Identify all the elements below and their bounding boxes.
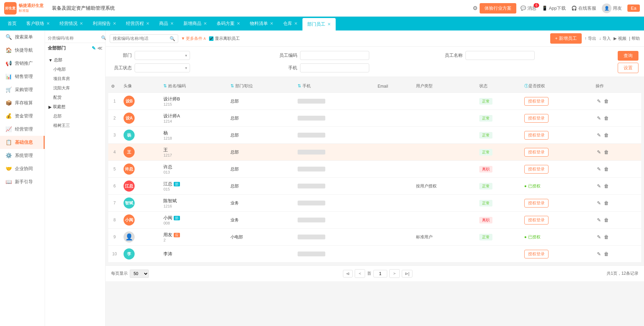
edit-button[interactable]: ✎ [596,183,602,190]
tab-customer[interactable]: 客户联络✕ [21,17,55,30]
last-page-btn[interactable]: ⊳| [402,270,412,277]
sidebar-item-sales[interactable]: 📊 销售管理 [0,70,45,83]
prev-page-btn[interactable]: ＜ [355,269,365,278]
sidebar-item-marketing[interactable]: 📢 营销推广 [0,57,45,70]
search-icon[interactable]: 🔍 [170,36,175,41]
next-page-btn[interactable]: ＞ [389,269,400,278]
tab-warehouse[interactable]: 仓库✕ [278,17,302,30]
sidebar-item-search[interactable]: 🔍 搜索菜单 [0,30,45,44]
dept-select[interactable] [135,51,190,60]
tab-profit[interactable]: 利润报告✕ [88,17,121,30]
row-auth[interactable]: 授权登录 [521,212,593,229]
delete-button[interactable]: 🗑 [602,200,610,206]
export-btn[interactable]: ↑ 导出 [584,36,596,42]
user-btn[interactable]: 👤 用友 [602,3,622,13]
app-download-btn[interactable]: 📱 App下载 [542,5,566,11]
edit-button[interactable]: ✎ [596,115,602,122]
close-icon[interactable]: ✕ [170,21,174,26]
delete-button[interactable]: 🗑 [602,132,610,139]
employee-name-input[interactable] [465,51,535,60]
edit-button[interactable]: ✎ [596,98,602,105]
dept-node-child-1[interactable]: 小电部 [45,65,105,74]
delete-button[interactable]: 🗑 [602,115,610,122]
dept-node-child-3[interactable]: 沈阳大库 [45,83,105,93]
import-btn[interactable]: ↓ 导入 [599,36,611,42]
auth-button[interactable]: 授权登录 [524,216,548,224]
delete-button[interactable]: 🗑 [602,250,610,257]
row-auth[interactable]: 授权登录 [521,195,593,212]
close-icon[interactable]: ✕ [80,21,83,26]
col-dept-position[interactable]: ⇅ 部门/职位 [228,80,295,93]
message-btn[interactable]: 💬 消息 6 [520,5,536,11]
tab-operation[interactable]: 经营情况✕ [55,17,88,30]
employee-code-input[interactable] [300,51,369,60]
tab-home[interactable]: 首页 [3,17,21,30]
row-auth[interactable]: 授权登录 [521,144,593,161]
col-settings[interactable]: ⚙ [108,80,121,93]
sidebar-item-purchase[interactable]: 🛒 采购管理 [0,83,45,96]
delete-button[interactable]: 🗑 [602,98,610,105]
tab-dept-staff[interactable]: 部门员工✕ [302,18,336,30]
auth-button[interactable]: 授权登录 [524,199,548,208]
sidebar-item-inventory[interactable]: 📦 库存核算 [0,96,45,109]
dept-node-child-4[interactable]: 配货 [45,93,105,102]
dept-search-input[interactable] [48,36,100,41]
show-resigned-checkbox[interactable] [209,36,214,41]
tab-new-goods[interactable]: 新增商品✕ [179,17,212,30]
close-icon[interactable]: ✕ [146,21,149,26]
sidebar-item-enterprise[interactable]: 🤝 企业协同 [0,162,45,175]
sidebar-item-quicknav[interactable]: 🏠 快捷导航 [0,44,45,57]
close-icon[interactable]: ✕ [113,21,116,26]
edit-button[interactable]: ✎ [596,217,602,223]
delete-button[interactable]: 🗑 [602,149,610,156]
dept-node-child-2[interactable]: 项目库房 [45,74,105,83]
row-auth[interactable]: 已授权 [521,229,593,246]
add-employee-button[interactable]: + 新增员工 [550,33,582,44]
sidebar-item-system[interactable]: ⚙️ 系统管理 [0,149,45,162]
close-icon[interactable]: ✕ [203,21,207,26]
close-icon[interactable]: ✕ [237,21,240,26]
first-page-btn[interactable]: ⊲ [343,270,353,277]
sidebar-item-guide[interactable]: 📖 新手引导 [0,175,45,188]
auth-button[interactable]: 授权登录 [524,148,548,157]
row-auth[interactable]: 授权登录 [521,93,593,110]
dept-node-child-5[interactable]: 总部 [45,112,105,121]
sidebar-item-operations[interactable]: 📈 经营管理 [0,123,45,136]
ea-badge[interactable]: Ea [627,5,640,12]
edit-button[interactable]: ✎ [596,166,602,173]
settings-icon[interactable]: ⚙ [473,5,478,11]
row-auth[interactable]: 已授权 [521,178,593,195]
dept-node-parent-1[interactable]: ▶ 双庭想 [45,102,105,112]
delete-button[interactable]: 🗑 [602,234,610,240]
more-filter-btn[interactable]: ▼ 更多条件 ∧ [181,36,206,42]
delete-button[interactable]: 🗑 [602,166,610,173]
close-icon[interactable]: ✕ [270,21,273,26]
query-button[interactable]: 查询 [618,51,638,61]
row-auth[interactable]: 授权登录 [521,161,593,178]
employee-search-input[interactable] [113,36,168,41]
online-service-btn[interactable]: 🎧 在线客服 [571,5,596,11]
tab-journey[interactable]: 经营历程✕ [121,17,154,30]
set-button[interactable]: 设置 [618,63,638,73]
close-icon[interactable]: ✕ [46,21,50,26]
employee-status-select[interactable] [135,63,190,72]
edit-button[interactable]: ✎ [596,200,602,206]
close-icon[interactable]: ✕ [294,21,298,26]
edit-button[interactable]: ✎ [596,132,602,139]
auth-button[interactable]: 授权登录 [524,97,548,106]
col-name-code[interactable]: ⇅ 姓名/编码 [161,80,228,93]
edit-button[interactable]: ✎ [596,234,602,240]
page-size-select[interactable]: 50 100 [130,270,149,278]
tab-barcode[interactable]: 条码方案✕ [212,17,245,30]
auth-button[interactable]: 授权登录 [524,165,548,174]
dept-node-parent-0[interactable]: ▼ 总部 [45,55,105,65]
collapse-icon[interactable]: ≪ [97,45,102,51]
col-phone[interactable]: ⇅ 手机 [295,80,375,93]
phone-input[interactable] [300,63,369,72]
sidebar-item-finance[interactable]: 💰 资金管理 [0,109,45,123]
delete-button[interactable]: 🗑 [602,217,610,223]
auth-button[interactable]: 授权登录 [524,114,548,123]
auth-button[interactable]: 授权登录 [524,250,548,258]
sidebar-item-basic-info[interactable]: 📋 基础信息 [0,136,45,149]
trial-button[interactable]: 体验行业方案 [480,3,516,14]
